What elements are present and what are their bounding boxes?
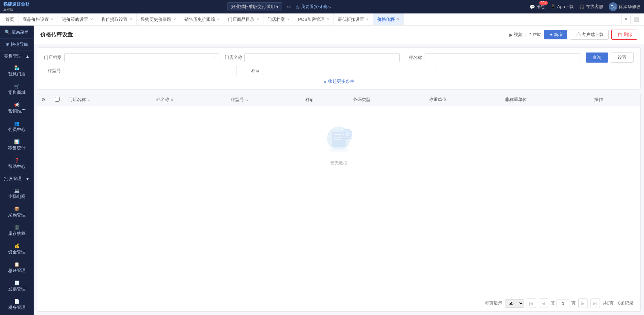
chevron-down-icon: ▼	[25, 176, 30, 181]
online-service-button[interactable]: 🎧 在线客服	[579, 4, 603, 10]
sidebar-item-tax[interactable]: 📄 税务管理	[0, 295, 34, 314]
tab-maximize-button[interactable]: ⬜	[632, 15, 641, 24]
th-scale-model[interactable]: 秤型号 ⇅	[227, 93, 301, 106]
empty-illustration	[319, 120, 359, 160]
finance-icon: 💰	[14, 243, 20, 248]
sidebar-group-retail[interactable]: 零售管理 ▲	[0, 50, 34, 62]
message-button[interactable]: 💬 消息 99+	[530, 4, 545, 10]
tab-home[interactable]: 首页	[1, 13, 19, 26]
sidebar-group-wholesale[interactable]: 批发管理 ▼	[0, 173, 34, 184]
delete-button[interactable]: 自 删除	[611, 30, 637, 40]
sidebar-item-smart-store[interactable]: 🏪 智慧门店	[0, 62, 34, 80]
tab-close-icon[interactable]: ✕	[130, 18, 132, 21]
sidebar-item-label: 会员中心	[8, 127, 26, 133]
sidebar-item-ledger[interactable]: 📋 总账管理	[0, 258, 34, 277]
th-barcode-type: 条码类型	[349, 93, 425, 106]
sidebar-item-marketing[interactable]: 📢 营销推广	[0, 99, 34, 117]
scale-ip-input[interactable]	[262, 66, 435, 75]
version-select[interactable]: 好业财标准版交付试用 ▾	[227, 2, 282, 11]
tab-price-settings[interactable]: 商品价格设置 ✕	[19, 13, 58, 26]
tab-store-catalog[interactable]: 门店商品目录 ✕	[224, 13, 263, 26]
user-menu-button[interactable]: Ea 徐泽华修改	[609, 2, 641, 11]
column-settings-icon[interactable]: ⚙	[41, 97, 45, 102]
tab-min-discount[interactable]: 最低折扣设置 ✕	[334, 13, 373, 26]
sidebar-item-retail-mall[interactable]: 🛒 零售商城	[0, 80, 34, 99]
tab-pos-manage[interactable]: POS加密管理 ✕	[294, 13, 334, 26]
page-actions: ▶ 视频 | ? 帮助 + 新增 凸 客户端下载 自	[509, 30, 637, 40]
sidebar-quicknav-label: 快捷导航	[11, 41, 28, 47]
invoice-icon: 🧾	[14, 280, 20, 285]
th-scale-name[interactable]: 秤名称 ⇅	[152, 93, 227, 106]
query-button[interactable]: 查询	[586, 53, 608, 63]
tab-close-icon[interactable]: ✕	[397, 18, 399, 21]
download-client-button[interactable]: 凸 客户端下载	[570, 30, 609, 40]
prev-page-button[interactable]: ◀	[539, 299, 548, 308]
tab-close-icon[interactable]: ✕	[256, 18, 259, 21]
topbar-settings-button[interactable]: ⚙	[284, 2, 294, 11]
table-container: ⚙ 门店名称 ⇅ 秤名称 ⇅	[37, 93, 641, 312]
sidebar-item-label: 零售统计	[8, 145, 26, 151]
store-archive-input[interactable]	[64, 53, 219, 62]
sidebar-item-finance[interactable]: 💰 资金管理	[0, 240, 34, 258]
select-all-checkbox[interactable]	[55, 97, 60, 102]
page-size-select[interactable]: 20 50 100 200	[505, 299, 524, 308]
sidebar-item-ecommerce[interactable]: 💻 小畅电商	[0, 184, 34, 203]
set-button[interactable]: 设置	[611, 53, 634, 63]
tab-close-icon[interactable]: ✕	[366, 18, 369, 21]
tab-price-transfer[interactable]: 价格传秤 ✕	[373, 13, 404, 26]
tab-close-icon[interactable]: ✕	[173, 18, 176, 21]
headset-icon: 🎧	[579, 4, 584, 9]
tab-sale-extract[interactable]: 售价提取设置 ✕	[97, 13, 137, 26]
demo-link[interactable]: ◎ 我要看实例演示	[296, 4, 331, 10]
filter-row-2: 秤型号 秤ip	[44, 66, 634, 75]
sidebar-item-invoice[interactable]: 🧾 发票管理	[0, 277, 34, 295]
sidebar-search[interactable]: 🔍 搜索菜单	[0, 26, 34, 39]
add-button[interactable]: + 新增	[544, 30, 567, 39]
store-name-input[interactable]	[244, 53, 400, 62]
sidebar: 🔍 搜索菜单 ⊞ 快捷导航 零售管理 ▲ 🏪 智慧门店 🛒 零售商城 📢 营销推…	[0, 26, 34, 315]
app-download-button[interactable]: 📱 App下载	[550, 4, 574, 10]
scale-name-input[interactable]	[425, 53, 580, 62]
sidebar-search-label: 搜索菜单	[11, 29, 29, 35]
tab-close-icon[interactable]: ✕	[327, 18, 329, 21]
content-area: 价格传秤设置 ▶ 视频 | ? 帮助 + 新增 凸 客户端下载	[34, 26, 644, 315]
chevron-up-icon: ∧	[323, 79, 327, 84]
sidebar-quicknav[interactable]: ⊞ 快捷导航	[0, 39, 34, 50]
sidebar-item-label: 发票管理	[8, 286, 26, 292]
logo-bottom: 标准版	[3, 7, 30, 12]
tab-close-window-button[interactable]: ✕	[621, 15, 631, 24]
help-button[interactable]: ? 帮助	[529, 32, 541, 38]
video-label: 视频	[514, 32, 523, 38]
next-page-button[interactable]: ▶	[578, 299, 588, 308]
collapse-button[interactable]: ∧ 收起更多条件	[44, 78, 634, 84]
sidebar-item-retail-stats[interactable]: 📊 零售统计	[0, 136, 34, 154]
purchase-icon: 📦	[14, 206, 20, 211]
sidebar-item-help-center[interactable]: ❓ 帮助中心	[0, 154, 34, 173]
sidebar-item-member[interactable]: 👥 会员中心	[0, 117, 34, 136]
message-badge: 99+	[539, 1, 548, 5]
table-header-row: ⚙ 门店名称 ⇅ 秤名称 ⇅	[37, 93, 640, 106]
sidebar-item-purchase[interactable]: 📦 采购管理	[0, 203, 34, 221]
last-page-button[interactable]: ▶|	[591, 299, 600, 308]
ledger-icon: 📋	[14, 262, 20, 267]
tab-close-icon[interactable]: ✕	[51, 18, 53, 21]
first-page-button[interactable]: |◀	[527, 299, 536, 308]
sort-icon: ⇅	[171, 98, 173, 102]
scale-model-input[interactable]	[64, 66, 237, 75]
tab-sales-history[interactable]: 销售历史价跟踪 ✕	[180, 13, 224, 26]
tab-home-label: 首页	[5, 16, 14, 23]
tab-close-icon[interactable]: ✕	[287, 18, 290, 21]
dots-button[interactable]: ···	[213, 55, 217, 60]
video-help-button[interactable]: ▶ 视频	[509, 32, 523, 38]
tab-purchase-strategy[interactable]: 进价策略设置 ✕	[58, 13, 97, 26]
page-label: 算	[551, 300, 555, 306]
sidebar-item-inventory[interactable]: 🗄️ 库存核算	[0, 221, 34, 240]
tab-close-icon[interactable]: ✕	[217, 18, 220, 21]
table-wrapper: ⚙ 门店名称 ⇅ 秤名称 ⇅	[37, 93, 640, 295]
retail-group-label: 零售管理	[4, 53, 22, 59]
tab-store-file[interactable]: 门店档案 ✕	[263, 13, 294, 26]
tab-purchase-history[interactable]: 采购历史价跟踪 ✕	[137, 13, 180, 26]
tab-close-icon[interactable]: ✕	[90, 18, 93, 21]
page-number-input[interactable]	[557, 300, 570, 307]
th-store-name[interactable]: 门店名称 ⇅	[64, 93, 152, 106]
